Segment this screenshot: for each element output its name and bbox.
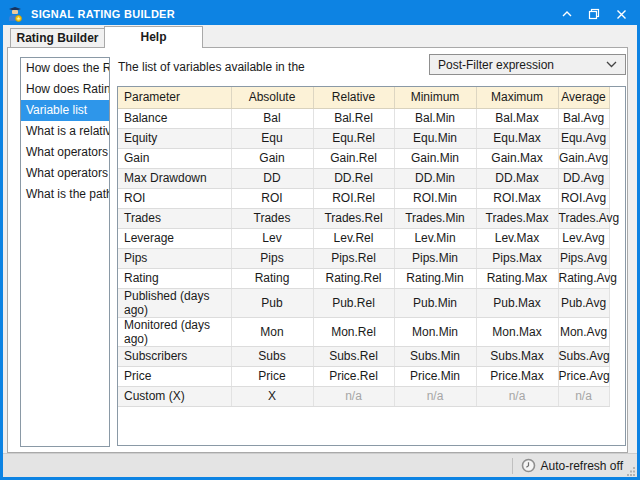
auto-refresh-label: Auto-refresh off	[541, 459, 624, 473]
table-cell: Trades	[118, 208, 231, 228]
table-cell: Mon.Max	[476, 317, 558, 346]
table-row: ROIROIROI.RelROI.MinROI.MaxROI.Avg	[118, 188, 609, 208]
table-cell: Rating	[118, 268, 231, 288]
table-cell: ROI.Min	[394, 188, 476, 208]
auto-refresh-toggle[interactable]: Auto-refresh off	[521, 458, 624, 473]
table-cell: Subs.Rel	[313, 346, 394, 366]
table-cell: Mon.Avg	[558, 317, 609, 346]
expression-context-dropdown[interactable]: Post-Filter expression	[429, 54, 626, 75]
table-header: ParameterAbsoluteRelativeMinimumMaximumA…	[118, 87, 609, 108]
table-cell: Gain.Avg	[558, 148, 609, 168]
table-row: Monitored (days ago)MonMon.RelMon.MinMon…	[118, 317, 609, 346]
table-cell: DD.Avg	[558, 168, 609, 188]
table-cell: Pips	[231, 248, 313, 268]
table-cell: Pub.Rel	[313, 288, 394, 317]
table-cell: Bal.Avg	[558, 108, 609, 128]
table-cell: Price.Rel	[313, 366, 394, 386]
table-row: TradesTradesTrades.RelTrades.MinTrades.M…	[118, 208, 609, 228]
table-cell: ROI.Max	[476, 188, 558, 208]
table-cell: Trades.Avg	[558, 208, 609, 228]
restore-window-icon	[588, 8, 600, 20]
table-cell: Mon.Rel	[313, 317, 394, 346]
table-row: Published (days ago)PubPub.RelPub.MinPub…	[118, 288, 609, 317]
sidebar-item-what-operators-a[interactable]: What operators a	[21, 142, 109, 163]
table-cell: Lev.Rel	[313, 228, 394, 248]
table-cell: Bal	[231, 108, 313, 128]
signal-rating-builder-icon	[7, 6, 25, 23]
table-cell: Equ.Rel	[313, 128, 394, 148]
help-topics-list: How does the RatHow does RatingVariable …	[20, 57, 110, 447]
table-cell: Bal.Min	[394, 108, 476, 128]
table-cell: Mon	[231, 317, 313, 346]
table-cell: Equ	[231, 128, 313, 148]
table-cell: Equ.Max	[476, 128, 558, 148]
table-row: SubscribersSubsSubs.RelSubs.MinSubs.MaxS…	[118, 346, 609, 366]
table-row: EquityEquEqu.RelEqu.MinEqu.MaxEqu.Avg	[118, 128, 609, 148]
table-cell: Custom (X)	[118, 386, 231, 406]
column-header-maximum: Maximum	[476, 87, 558, 108]
table-cell: DD.Max	[476, 168, 558, 188]
table-cell: Subs.Max	[476, 346, 558, 366]
table-cell: Subscribers	[118, 346, 231, 366]
table-cell: Pub	[231, 288, 313, 317]
table-cell: ROI	[118, 188, 231, 208]
table-cell: Published (days ago)	[118, 288, 231, 317]
column-header-absolute: Absolute	[231, 87, 313, 108]
statusbar-separator	[512, 458, 513, 474]
table-row: PricePricePrice.RelPrice.MinPrice.MaxPri…	[118, 366, 609, 386]
table-cell: Bal.Max	[476, 108, 558, 128]
table-cell: Pips.Min	[394, 248, 476, 268]
table-cell: Lev.Min	[394, 228, 476, 248]
table-cell: Price	[231, 366, 313, 386]
table-cell: Rating	[231, 268, 313, 288]
table-cell: Equity	[118, 128, 231, 148]
table-cell: Pub.Min	[394, 288, 476, 317]
sidebar-item-how-does-rating[interactable]: How does Rating	[21, 79, 109, 100]
restore-button[interactable]	[585, 5, 603, 23]
table-cell: Equ.Min	[394, 128, 476, 148]
variables-table-container: ParameterAbsoluteRelativeMinimumMaximumA…	[117, 86, 626, 446]
app-window: SIGNAL RATING BUILDER Rating Builder Hel…	[0, 0, 640, 480]
table-cell: Subs.Avg	[558, 346, 609, 366]
sidebar-item-what-is-a-relative[interactable]: What is a relative	[21, 121, 109, 142]
variables-table: ParameterAbsoluteRelativeMinimumMaximumA…	[118, 87, 610, 407]
table-cell: Price.Avg	[558, 366, 609, 386]
table-cell: Price.Min	[394, 366, 476, 386]
table-cell: Trades	[231, 208, 313, 228]
table-cell: Subs.Min	[394, 346, 476, 366]
table-row: GainGainGain.RelGain.MinGain.MaxGain.Avg	[118, 148, 609, 168]
table-cell: Max Drawdown	[118, 168, 231, 188]
chevron-down-icon	[606, 61, 617, 68]
column-header-average: Average	[558, 87, 609, 108]
sidebar-item-what-operators-a[interactable]: What operators a	[21, 163, 109, 184]
table-cell: Gain	[118, 148, 231, 168]
table-cell: Gain.Min	[394, 148, 476, 168]
column-header-parameter: Parameter	[118, 87, 231, 108]
table-row: PipsPipsPips.RelPips.MinPips.MaxPips.Avg	[118, 248, 609, 268]
table-cell: ROI	[231, 188, 313, 208]
table-cell: Trades.Rel	[313, 208, 394, 228]
sidebar-item-how-does-the-rat[interactable]: How does the Rat	[21, 58, 109, 79]
table-row: Custom (X)Xn/an/an/an/a	[118, 386, 609, 406]
tab-help[interactable]: Help	[104, 26, 203, 48]
sidebar-item-variable-list[interactable]: Variable list	[21, 100, 109, 121]
table-cell: Trades.Max	[476, 208, 558, 228]
table-cell: Bal.Rel	[313, 108, 394, 128]
table-cell: Rating.Rel	[313, 268, 394, 288]
table-cell: DD	[231, 168, 313, 188]
variables-intro-label: The list of variables available in the	[118, 60, 305, 74]
column-header-relative: Relative	[313, 87, 394, 108]
table-cell: Price	[118, 366, 231, 386]
table-cell: Leverage	[118, 228, 231, 248]
close-button[interactable]	[612, 5, 630, 23]
tab-rating-builder[interactable]: Rating Builder	[10, 28, 105, 47]
sidebar-item-what-is-the-path[interactable]: What is the path	[21, 184, 109, 205]
minimize-button[interactable]	[558, 5, 576, 23]
column-header-minimum: Minimum	[394, 87, 476, 108]
resize-grip[interactable]	[627, 467, 636, 476]
table-cell: Pips.Avg	[558, 248, 609, 268]
clock-icon	[521, 458, 536, 473]
table-cell: ROI.Rel	[313, 188, 394, 208]
table-cell: n/a	[558, 386, 609, 406]
table-cell: Mon.Min	[394, 317, 476, 346]
